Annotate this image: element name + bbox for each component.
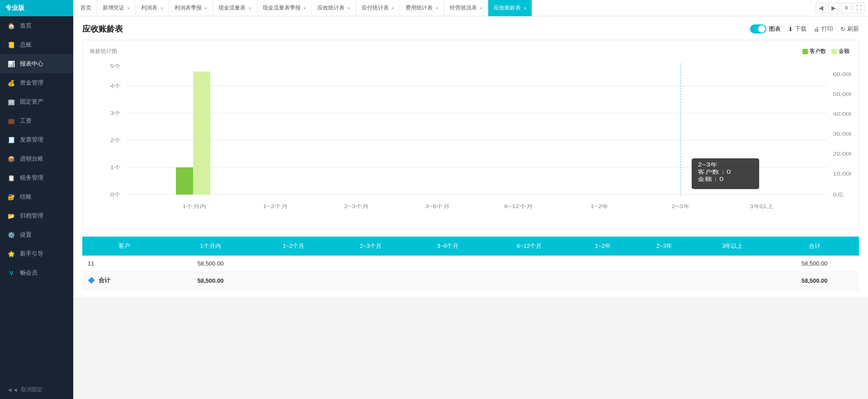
tab-business-stat[interactable]: 经营状况表 ×	[444, 0, 488, 16]
tab-profit-season-close[interactable]: ×	[204, 5, 207, 11]
col-m23: 2~3个月	[332, 237, 410, 256]
chart-svg-container: 0个 1个 2个 3个 4个 5个 0元 10,000.00元 20,000.0…	[90, 59, 851, 222]
bar-customer-0[interactable]	[176, 167, 193, 195]
tab-cashflow-season[interactable]: 现金流量表季报 ×	[257, 0, 312, 16]
sidebar-item-guide[interactable]: 🌟 新手引导	[0, 244, 73, 263]
tab-ap-stat[interactable]: 应付统计表 ×	[356, 0, 400, 16]
tab-ar-stat-close[interactable]: ×	[347, 5, 350, 11]
col-y23: 2~3年	[634, 237, 695, 256]
total-m12	[255, 272, 332, 290]
archive-icon: 📂	[7, 212, 15, 220]
sidebar-item-member[interactable]: V 畅会员	[0, 263, 73, 282]
table-header-row: 客户 1个月内 1~2个月 2~3个月 3~6个月 6~12个月 1~2年 2~…	[82, 237, 859, 256]
total-label: 🔷 合计	[82, 272, 166, 290]
cell-y3plus	[695, 256, 770, 272]
toolbar-right: 图表 ⬇ 下载 🖨 打印 ↻ 刷新	[750, 24, 859, 33]
refresh-button[interactable]: ↻ 刷新	[840, 25, 859, 33]
total-y12	[572, 272, 634, 290]
tab-ar-aging-close[interactable]: ×	[524, 5, 526, 11]
salary-icon: 💼	[7, 117, 15, 125]
legend-customer: 客户数	[802, 48, 826, 55]
sidebar-item-home[interactable]: 🏠 首页	[0, 16, 73, 35]
tab-prev-button[interactable]: ◀	[816, 3, 826, 14]
page-title: 应收账龄表	[82, 24, 750, 34]
col-m612: 6~12个月	[486, 237, 572, 256]
invoice-icon: 🧾	[7, 136, 15, 144]
report-icon: 📊	[7, 60, 15, 68]
sidebar-item-archive[interactable]: 📂 归档管理	[0, 206, 73, 225]
svg-text:2~3个月: 2~3个月	[344, 204, 369, 209]
tab-expense-stat-close[interactable]: ×	[435, 5, 438, 11]
cell-m36	[409, 256, 486, 272]
tab-ar-stat[interactable]: 应收统计表 ×	[312, 0, 356, 16]
print-button[interactable]: 🖨 打印	[814, 25, 833, 33]
cell-y12	[572, 256, 634, 272]
cell-m612	[486, 256, 572, 272]
toggle-track[interactable]	[750, 24, 766, 33]
table-row: 11 58,500.00 58,500.00	[82, 256, 859, 272]
svg-text:50,000.00元: 50,000.00元	[833, 91, 851, 97]
svg-text:5个: 5个	[110, 63, 121, 69]
tab-voucher-close[interactable]: ×	[127, 5, 130, 11]
tab-next-button[interactable]: ▶	[828, 3, 839, 14]
ledger-icon: 📒	[7, 41, 15, 49]
page-title-bar: 应收账龄表 图表 ⬇ 下载 🖨 打印	[82, 24, 859, 34]
svg-text:3个: 3个	[110, 110, 121, 116]
tax-icon: 📋	[7, 174, 15, 182]
chart-toggle[interactable]: 图表	[750, 24, 781, 33]
bar-amount-0[interactable]	[193, 71, 210, 195]
svg-text:40,000.00元: 40,000.00元	[833, 111, 851, 117]
download-icon: ⬇	[788, 26, 793, 33]
print-icon: 🖨	[814, 26, 820, 33]
col-m12: 1~2个月	[255, 237, 332, 256]
sidebar-item-tax[interactable]: 📋 税务管理	[0, 168, 73, 187]
sidebar-item-invoice[interactable]: 🧾 发票管理	[0, 130, 73, 149]
cell-m1: 58,500.00	[166, 256, 255, 272]
tab-profit-season[interactable]: 利润表季报 ×	[169, 0, 213, 16]
download-button[interactable]: ⬇ 下载	[788, 25, 807, 33]
settings-icon: ⚙️	[7, 231, 15, 239]
sidebar-item-close[interactable]: 🔐 结账	[0, 187, 73, 206]
cell-customer: 11	[82, 256, 166, 272]
total-icon: 🔷	[88, 277, 95, 284]
sidebar-item-fund[interactable]: 💰 资金管理	[0, 73, 73, 92]
home-icon: 🏠	[7, 22, 15, 30]
tab-profit[interactable]: 利润表 ×	[136, 0, 169, 16]
sidebar-logo: 专业版	[0, 0, 73, 16]
svg-text:3年以上: 3年以上	[750, 204, 774, 209]
tab-expense-stat[interactable]: 费用统计表 ×	[400, 0, 444, 16]
tab-ap-stat-close[interactable]: ×	[392, 5, 394, 11]
tab-home[interactable]: 首页	[75, 0, 97, 16]
unpin-button[interactable]: ◄◄ 取消固定	[0, 380, 73, 399]
total-m36	[409, 272, 486, 290]
tab-cashflow-season-close[interactable]: ×	[303, 5, 306, 11]
sidebar: 专业版 🏠 首页 📒 总账 📊 报表中心 💰 资金管理 🏢 固定资产 💼 工资 …	[0, 0, 73, 399]
table-total-row: 🔷 合计 58,500.00 58,500.00	[82, 272, 859, 290]
svg-text:客户数：0: 客户数：0	[698, 169, 731, 175]
tab-expand-button[interactable]: ⛶	[854, 3, 864, 14]
tab-business-stat-close[interactable]: ×	[480, 5, 482, 11]
sidebar-item-salary[interactable]: 💼 工资	[0, 111, 73, 130]
svg-text:10,000.00元: 10,000.00元	[833, 171, 851, 177]
main-content: 首页 新增凭证 × 利润表 × 利润表季报 × 现金流量表 × 现金流量表季报 …	[73, 0, 868, 399]
total-m612	[486, 272, 572, 290]
svg-text:1个: 1个	[110, 165, 121, 171]
tab-cashflow-close[interactable]: ×	[248, 5, 251, 11]
fund-icon: 💰	[7, 79, 15, 87]
tab-close-button[interactable]: ✕	[841, 3, 852, 14]
tab-ar-aging[interactable]: 应收账龄表 ×	[488, 0, 532, 16]
tab-bar: 首页 新增凭证 × 利润表 × 利润表季报 × 现金流量表 × 现金流量表季报 …	[73, 0, 868, 16]
sidebar-item-asset[interactable]: 🏢 固定资产	[0, 92, 73, 111]
tab-cashflow[interactable]: 现金流量表 ×	[213, 0, 257, 16]
sidebar-item-settings[interactable]: ⚙️ 设置	[0, 225, 73, 244]
tab-profit-close[interactable]: ×	[160, 5, 163, 11]
sidebar-item-report[interactable]: 📊 报表中心	[0, 54, 73, 73]
sidebar-item-ledger[interactable]: 📒 总账	[0, 35, 73, 54]
chart-label: 图表	[769, 25, 781, 33]
col-y3plus: 3年以上	[695, 237, 770, 256]
tab-voucher[interactable]: 新增凭证 ×	[97, 0, 136, 16]
sidebar-item-sales[interactable]: 📦 进销台账	[0, 149, 73, 168]
svg-text:金额：0: 金额：0	[698, 176, 723, 182]
data-table: 客户 1个月内 1~2个月 2~3个月 3~6个月 6~12个月 1~2年 2~…	[82, 237, 859, 290]
col-m36: 3~6个月	[409, 237, 486, 256]
